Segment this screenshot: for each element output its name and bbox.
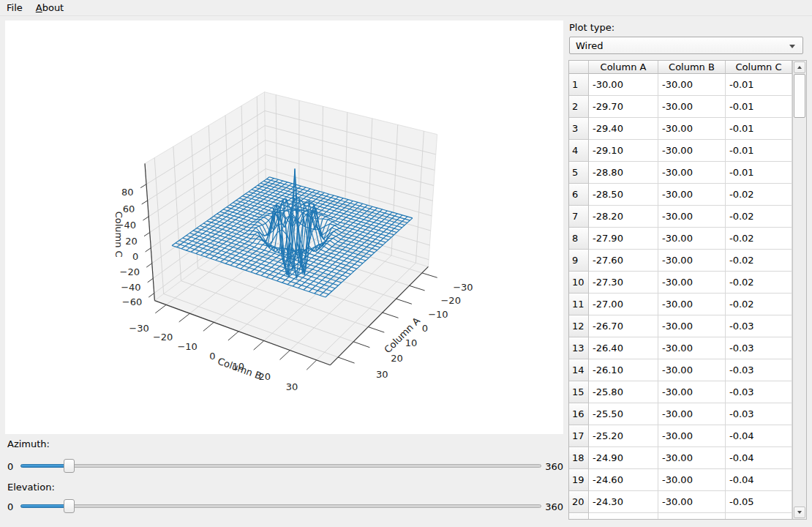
table-cell[interactable]: -27.00	[589, 294, 658, 315]
table-cell[interactable]	[726, 513, 792, 519]
table-cell[interactable]: -30.00	[658, 403, 726, 425]
table-cell[interactable]	[658, 513, 726, 519]
row-header-cell[interactable]: 17	[569, 425, 589, 447]
table-cell[interactable]: -30.00	[658, 359, 726, 381]
table-cell[interactable]: -26.70	[589, 315, 658, 337]
table-cell[interactable]	[589, 513, 658, 519]
table-cell[interactable]: -24.30	[589, 491, 658, 513]
table-cell[interactable]: -27.90	[589, 228, 658, 250]
row-header-cell[interactable]: 6	[569, 184, 589, 206]
table-cell[interactable]: -30.00	[589, 74, 658, 96]
table-cell[interactable]: -25.50	[589, 403, 658, 425]
azimuth-slider-handle[interactable]	[64, 459, 75, 473]
row-header-cell[interactable]: 19	[569, 469, 589, 491]
scroll-down-button[interactable]	[794, 507, 805, 518]
azimuth-slider[interactable]	[20, 459, 541, 474]
row-header-cell[interactable]	[569, 513, 589, 519]
row-header-cell[interactable]: 7	[569, 206, 589, 228]
table-cell[interactable]: -0.04	[726, 447, 792, 469]
row-header-cell[interactable]: 15	[569, 381, 589, 403]
table-cell[interactable]: -0.01	[726, 140, 792, 162]
table-cell[interactable]: -0.04	[726, 469, 792, 491]
table-cell[interactable]: -0.05	[726, 491, 792, 513]
row-header-cell[interactable]: 11	[569, 294, 589, 315]
row-header-cell[interactable]: 12	[569, 315, 589, 337]
table-cell[interactable]: -0.02	[726, 184, 792, 206]
row-header-cell[interactable]: 10	[569, 272, 589, 294]
column-header-c[interactable]: Column C	[726, 61, 792, 74]
table-cell[interactable]: -0.01	[726, 162, 792, 184]
plot-type-dropdown[interactable]: Wired	[569, 37, 803, 54]
table-cell[interactable]: -28.20	[589, 206, 658, 228]
table-cell[interactable]: -0.04	[726, 425, 792, 447]
row-header-cell[interactable]: 16	[569, 403, 589, 425]
table-cell[interactable]: -0.02	[726, 294, 792, 315]
table-cell[interactable]: -30.00	[658, 250, 726, 272]
row-header-cell[interactable]: 4	[569, 140, 589, 162]
table-cell[interactable]: -0.03	[726, 403, 792, 425]
row-header-cell[interactable]: 3	[569, 118, 589, 140]
table-cell[interactable]: -0.01	[726, 118, 792, 140]
elevation-slider-handle[interactable]	[64, 499, 75, 513]
column-header-a[interactable]: Column A	[589, 61, 658, 74]
row-header-cell[interactable]: 20	[569, 491, 589, 513]
table-cell[interactable]: -30.00	[658, 491, 726, 513]
table-cell[interactable]: -0.02	[726, 250, 792, 272]
figure-canvas[interactable]: −30−20−100102030−30−20−100102030−60−40−2…	[5, 20, 563, 434]
table-cell[interactable]: -24.60	[589, 469, 658, 491]
menu-about[interactable]: About	[29, 1, 70, 15]
table-cell[interactable]: -30.00	[658, 162, 726, 184]
row-header-cell[interactable]: 18	[569, 447, 589, 469]
row-header-cell[interactable]: 14	[569, 359, 589, 381]
elevation-slider[interactable]	[20, 499, 541, 514]
table-cell[interactable]: -30.00	[658, 118, 726, 140]
table-cell[interactable]: -29.70	[589, 96, 658, 118]
table-cell[interactable]: -27.60	[589, 250, 658, 272]
table-cell[interactable]: -24.90	[589, 447, 658, 469]
menu-file[interactable]: File	[0, 1, 29, 15]
table-cell[interactable]: -30.00	[658, 425, 726, 447]
table-cell[interactable]: -27.30	[589, 272, 658, 294]
scrollbar-track[interactable]	[794, 74, 805, 506]
azimuth-slider-track[interactable]	[20, 464, 541, 468]
row-header-cell[interactable]: 2	[569, 96, 589, 118]
table-cell[interactable]: -30.00	[658, 74, 726, 96]
table-cell[interactable]: -0.01	[726, 96, 792, 118]
table-cell[interactable]: -0.02	[726, 206, 792, 228]
table-cell[interactable]: -0.02	[726, 272, 792, 294]
table-corner-cell[interactable]	[569, 61, 589, 74]
table-cell[interactable]: -0.02	[726, 228, 792, 250]
table-cell[interactable]: -25.80	[589, 381, 658, 403]
table-cell[interactable]: -30.00	[658, 96, 726, 118]
row-header-cell[interactable]: 5	[569, 162, 589, 184]
row-header-cell[interactable]: 9	[569, 250, 589, 272]
table-cell[interactable]: -30.00	[658, 447, 726, 469]
table-cell[interactable]: -28.80	[589, 162, 658, 184]
table-cell[interactable]: -0.03	[726, 337, 792, 359]
table-cell[interactable]: -30.00	[658, 469, 726, 491]
table-cell[interactable]: -30.00	[658, 228, 726, 250]
table-cell[interactable]: -29.40	[589, 118, 658, 140]
table-cell[interactable]: -0.03	[726, 359, 792, 381]
table-cell[interactable]: -30.00	[658, 315, 726, 337]
row-header-cell[interactable]: 8	[569, 228, 589, 250]
table-cell[interactable]: -30.00	[658, 206, 726, 228]
table-cell[interactable]: -25.20	[589, 425, 658, 447]
table-cell[interactable]: -30.00	[658, 381, 726, 403]
table-cell[interactable]: -0.03	[726, 381, 792, 403]
table-cell[interactable]: -30.00	[658, 184, 726, 206]
table-cell[interactable]: -0.01	[726, 74, 792, 96]
elevation-slider-track[interactable]	[20, 504, 541, 508]
table-scrollbar[interactable]	[792, 61, 806, 519]
scroll-up-button[interactable]	[794, 61, 805, 73]
table-cell[interactable]: -30.00	[658, 272, 726, 294]
row-header-cell[interactable]: 1	[569, 74, 589, 96]
column-header-b[interactable]: Column B	[658, 61, 726, 74]
row-header-cell[interactable]: 13	[569, 337, 589, 359]
table-cell[interactable]: -26.40	[589, 337, 658, 359]
table-cell[interactable]: -30.00	[658, 294, 726, 315]
table-cell[interactable]: -29.10	[589, 140, 658, 162]
table-cell[interactable]: -30.00	[658, 140, 726, 162]
table-cell[interactable]: -26.10	[589, 359, 658, 381]
table-cell[interactable]: -30.00	[658, 337, 726, 359]
